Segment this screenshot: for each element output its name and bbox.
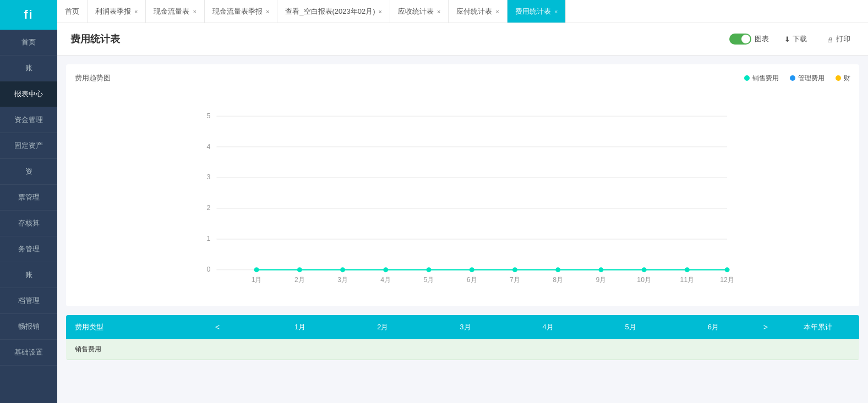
sidebar-item-resource[interactable]: 资 xyxy=(0,159,57,185)
svg-text:5: 5 xyxy=(206,112,210,120)
th-m1: 1月 xyxy=(259,322,341,332)
sidebar-item-settings[interactable]: 基础设置 xyxy=(0,340,57,366)
tab-profit-label: 利润表季报 xyxy=(95,7,131,16)
svg-point-27 xyxy=(383,267,388,272)
th-type: 费用类型 xyxy=(66,322,176,332)
svg-point-30 xyxy=(512,267,517,272)
th-m6: 6月 xyxy=(672,322,755,332)
page-title: 费用统计表 xyxy=(70,32,120,46)
chart-title: 费用趋势图 xyxy=(75,73,111,83)
sidebar-item-inventory[interactable]: 存核算 xyxy=(0,211,57,236)
tab-receivable-close[interactable]: × xyxy=(437,8,440,15)
sidebar-item-home[interactable]: 首页 xyxy=(0,30,57,56)
th-m4: 4月 xyxy=(507,322,589,332)
svg-point-28 xyxy=(427,267,432,272)
svg-point-34 xyxy=(685,267,690,272)
legend-sales-dot xyxy=(744,75,750,81)
svg-text:2月: 2月 xyxy=(294,276,305,284)
table-section: 费用类型 < 1月 2月 3月 4月 5月 6月 > 本年累计 销售费用 xyxy=(66,315,859,360)
tab-bar: 首页 利润表季报 × 现金流量表 × 现金流量表季报 × 查看_空白报表(202… xyxy=(57,0,868,23)
tab-home[interactable]: 首页 xyxy=(57,0,88,23)
tab-payable[interactable]: 应付统计表 × xyxy=(449,0,507,23)
page-header: 费用统计表 图表 ⬇ 下载 🖨 打印 xyxy=(57,23,868,56)
svg-text:1月: 1月 xyxy=(252,276,262,284)
sidebar-item-fund[interactable]: 资金管理 xyxy=(0,107,57,133)
tab-receivable-label: 应收统计表 xyxy=(398,7,434,16)
svg-text:8月: 8月 xyxy=(553,276,563,284)
sidebar-logo: fi xyxy=(0,0,57,30)
chart-container: 0 1 2 3 4 5 1月 2月 3月 xyxy=(75,89,850,297)
legend-finance-label: 财 xyxy=(844,74,850,83)
header-actions: 图表 ⬇ 下载 🖨 打印 xyxy=(729,32,855,46)
download-button[interactable]: ⬇ 下载 xyxy=(780,32,811,46)
chart-section: 费用趋势图 销售费用 管理费用 财 xyxy=(66,64,859,306)
download-icon: ⬇ xyxy=(784,35,790,43)
legend-admin: 管理费用 xyxy=(790,74,825,83)
main-area: 首页 利润表季报 × 现金流量表 × 现金流量表季报 × 查看_空白报表(202… xyxy=(57,0,868,403)
tab-cashflow-label: 现金流量表 xyxy=(154,7,189,16)
svg-point-33 xyxy=(642,267,647,272)
tab-blank-report-close[interactable]: × xyxy=(379,8,382,15)
chart-toggle[interactable] xyxy=(729,34,751,45)
tab-payable-close[interactable]: × xyxy=(495,8,499,15)
svg-text:3月: 3月 xyxy=(337,276,348,284)
print-button[interactable]: 🖨 打印 xyxy=(822,32,855,46)
svg-text:4: 4 xyxy=(206,143,210,151)
legend-admin-dot xyxy=(790,75,795,81)
th-m2: 2月 xyxy=(341,322,424,332)
sidebar-item-asset[interactable]: 固定资产 xyxy=(0,133,57,159)
sidebar-item-ledger[interactable]: 账 xyxy=(0,262,57,288)
td-type: 销售费用 xyxy=(66,345,176,354)
tab-home-label: 首页 xyxy=(65,7,79,16)
legend-finance-dot xyxy=(836,75,841,81)
svg-point-31 xyxy=(555,267,560,272)
chart-legend: 销售费用 管理费用 财 xyxy=(744,74,850,83)
tab-expense[interactable]: 费用统计表 × xyxy=(507,0,566,23)
table-header-row: 费用类型 < 1月 2月 3月 4月 5月 6月 > 本年累计 xyxy=(66,315,859,339)
svg-text:4月: 4月 xyxy=(380,276,391,284)
tab-blank-report[interactable]: 查看_空白报表(2023年02月) × xyxy=(277,0,390,23)
sidebar-item-ticket[interactable]: 票管理 xyxy=(0,185,57,211)
svg-text:6月: 6月 xyxy=(467,276,477,284)
tab-cashflow-quarter-close[interactable]: × xyxy=(266,8,269,15)
svg-point-35 xyxy=(725,267,730,272)
print-label: 打印 xyxy=(836,34,850,44)
tab-expense-label: 费用统计表 xyxy=(515,7,551,16)
svg-point-26 xyxy=(340,267,345,272)
tab-cashflow-close[interactable]: × xyxy=(193,8,196,15)
sidebar-item-unblock[interactable]: 畅报销 xyxy=(0,314,57,340)
svg-text:0: 0 xyxy=(206,266,210,273)
svg-text:1: 1 xyxy=(206,235,210,242)
tab-profit[interactable]: 利润表季报 × xyxy=(88,0,146,23)
table-row: 销售费用 xyxy=(66,339,859,360)
th-nav-next[interactable]: > xyxy=(755,323,777,332)
th-nav-prev[interactable]: < xyxy=(176,323,259,332)
tab-payable-label: 应付统计表 xyxy=(456,7,492,16)
svg-text:7月: 7月 xyxy=(510,276,520,284)
th-m5: 5月 xyxy=(589,322,672,332)
sidebar-item-archive[interactable]: 档管理 xyxy=(0,288,57,314)
tab-receivable[interactable]: 应收统计表 × xyxy=(390,0,449,23)
tab-cashflow-quarter-label: 现金流量表季报 xyxy=(212,7,263,16)
tab-expense-close[interactable]: × xyxy=(554,8,558,15)
tab-blank-report-label: 查看_空白报表(2023年02月) xyxy=(285,7,375,16)
sidebar-item-service[interactable]: 务管理 xyxy=(0,236,57,262)
svg-text:11月: 11月 xyxy=(680,276,695,284)
th-total: 本年累计 xyxy=(777,322,859,332)
tab-cashflow[interactable]: 现金流量表 × xyxy=(146,0,204,23)
legend-sales: 销售费用 xyxy=(744,74,779,83)
sidebar-item-account[interactable]: 账 xyxy=(0,56,57,81)
svg-point-24 xyxy=(254,267,259,272)
svg-text:10月: 10月 xyxy=(637,276,651,284)
page-content: 费用统计表 图表 ⬇ 下载 🖨 打印 费用趋势图 xyxy=(57,23,868,403)
download-label: 下载 xyxy=(793,34,807,44)
th-m3: 3月 xyxy=(424,322,506,332)
legend-finance: 财 xyxy=(836,74,850,83)
svg-point-32 xyxy=(599,267,604,272)
svg-text:2: 2 xyxy=(206,204,210,212)
tab-cashflow-quarter[interactable]: 现金流量表季报 × xyxy=(205,0,277,23)
chart-toggle-group: 图表 xyxy=(729,34,769,45)
chart-svg: 0 1 2 3 4 5 1月 2月 3月 xyxy=(75,89,850,297)
sidebar-item-report[interactable]: 报表中心 xyxy=(0,81,57,107)
tab-profit-close[interactable]: × xyxy=(134,8,138,15)
